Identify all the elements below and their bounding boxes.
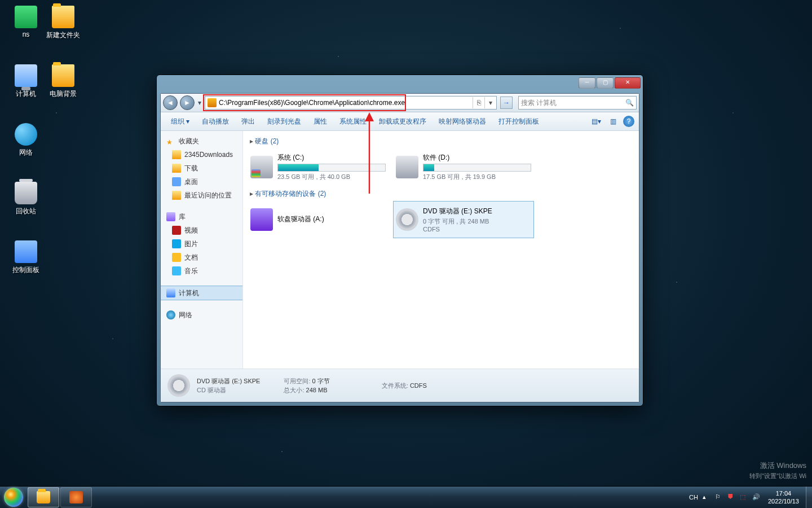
drive-e[interactable]: DVD 驱动器 (E:) SKPE 0 字节 可用 , 共 248 MB CDF… — [393, 201, 534, 238]
window-titlebar[interactable]: ─ ▢ ✕ — [157, 75, 643, 93]
sidebar-item-videos[interactable]: 视频 — [161, 224, 242, 237]
sidebar-item-pictures[interactable]: 图片 — [161, 237, 242, 251]
tray-chevron-icon[interactable]: ▴ — [703, 493, 710, 501]
control-panel-icon — [15, 240, 37, 263]
capacity-bar — [423, 164, 531, 172]
windows-orb-icon — [4, 488, 23, 507]
drive-c[interactable]: 系统 (C:) 23.5 GB 可用 , 共 40.0 GB — [248, 148, 389, 186]
language-indicator[interactable]: CH — [689, 494, 698, 501]
recent-dropdown-icon[interactable]: ▾ — [198, 99, 201, 107]
content-area: 硬盘 (2) 系统 (C:) 23.5 GB 可用 , 共 40.0 GB — [243, 131, 639, 369]
toolbar-eject[interactable]: 弹出 — [236, 115, 261, 129]
start-button[interactable] — [0, 487, 27, 508]
drive-icon — [396, 156, 418, 178]
music-icon — [172, 266, 181, 275]
dvd-icon — [396, 208, 418, 231]
toolbar-open-cp[interactable]: 打开控制面板 — [493, 115, 545, 129]
address-dropdown-icon[interactable]: ▾ — [484, 97, 496, 108]
search-placeholder: 搜索 计算机 — [521, 98, 557, 108]
sidebar-item-recent[interactable]: 最近访问的位置 — [161, 189, 242, 202]
explorer-icon — [37, 491, 50, 503]
folder-icon — [172, 150, 181, 159]
toolbar-autoplay[interactable]: 自动播放 — [196, 115, 235, 129]
activation-watermark: 激活 Windows 转到"设置"以激活 Wi — [749, 461, 806, 481]
address-bar[interactable]: ⎘ ▾ — [205, 96, 497, 110]
copy-path-icon[interactable]: ⎘ — [473, 97, 484, 108]
volume-icon[interactable]: 🔊 — [752, 493, 760, 501]
media-player-icon — [69, 491, 83, 503]
search-box[interactable]: 搜索 计算机 🔍 — [518, 96, 637, 110]
address-input[interactable] — [219, 99, 473, 107]
sidebar-item-download[interactable]: 下载 — [161, 161, 242, 175]
taskbar-media-player[interactable] — [60, 487, 92, 507]
minimize-button[interactable]: ─ — [579, 77, 595, 89]
desktop-icon — [172, 177, 181, 186]
go-button[interactable]: → — [500, 97, 513, 109]
capacity-bar — [277, 164, 386, 172]
desktop-icon-recycle-bin[interactable]: 回收站 — [7, 182, 45, 216]
sidebar-favorites[interactable]: ★收藏夹 — [161, 134, 242, 148]
sidebar-item-desktop[interactable]: 桌面 — [161, 175, 242, 189]
preview-pane-icon[interactable]: ▥ — [606, 115, 620, 128]
status-bar: DVD 驱动器 (E:) SKPE CD 驱动器 可用空间: 0 字节 总大小:… — [161, 369, 639, 402]
forward-button[interactable]: ► — [180, 95, 195, 110]
clock[interactable]: 17:04 2022/10/13 — [765, 489, 802, 505]
drive-d[interactable]: 软件 (D:) 17.5 GB 可用 , 共 19.9 GB — [393, 148, 534, 186]
explorer-window: ─ ▢ ✕ ◄ ► ▾ ⎘ ▾ → 搜索 计算机 🔍 — [156, 75, 643, 406]
drive-a[interactable]: 软盘驱动器 (A:) — [248, 201, 389, 238]
folder-icon — [52, 6, 74, 28]
search-icon: 🔍 — [625, 99, 634, 107]
sidebar-item-documents[interactable]: 文档 — [161, 251, 242, 264]
taskbar: CH ▴ ⚐ ⛊ ⬚ 🔊 17:04 2022/10/13 — [0, 486, 812, 508]
dvd-icon — [167, 374, 190, 397]
globe-icon — [15, 123, 37, 146]
folder-icon — [52, 64, 74, 87]
sidebar-network[interactable]: 网络 — [161, 308, 242, 322]
picture-icon — [172, 239, 181, 248]
desktop-icon-bg-folder[interactable]: 电脑背景 — [44, 64, 82, 99]
taskbar-explorer[interactable] — [28, 487, 59, 507]
sidebar-item-downloads[interactable]: 2345Downloads — [161, 148, 242, 161]
status-type: CD 驱动器 — [197, 386, 260, 395]
show-desktop-button[interactable] — [806, 487, 812, 508]
network-icon — [166, 310, 175, 319]
sidebar-libraries[interactable]: 库 — [161, 210, 242, 224]
star-icon: ★ — [166, 137, 175, 146]
toolbar-system-properties[interactable]: 系统属性 — [334, 115, 372, 129]
sidebar-computer[interactable]: 计算机 — [161, 286, 242, 300]
nav-bar: ◄ ► ▾ ⎘ ▾ → 搜索 计算机 🔍 — [161, 94, 639, 112]
drive-icon — [250, 156, 273, 178]
toolbar-map-drive[interactable]: 映射网络驱动器 — [433, 115, 492, 129]
toolbar-properties[interactable]: 属性 — [308, 115, 333, 129]
back-button[interactable]: ◄ — [163, 95, 178, 110]
toolbar-uninstall[interactable]: 卸载或更改程序 — [373, 115, 432, 129]
network-tray-icon[interactable]: ⬚ — [740, 493, 748, 501]
desktop-icon-computer[interactable]: 计算机 — [7, 64, 45, 99]
desktop-icon-control-panel[interactable]: 控制面板 — [7, 240, 45, 275]
document-icon — [172, 253, 181, 262]
location-icon — [208, 98, 217, 107]
recent-icon — [172, 191, 181, 200]
sidebar: ★收藏夹 2345Downloads 下载 桌面 最近访问的位置 库 视频 图片… — [161, 131, 243, 369]
toolbar-burn[interactable]: 刻录到光盘 — [262, 115, 307, 129]
view-options-icon[interactable]: ▤▾ — [589, 115, 603, 128]
desktop-icon-ns[interactable]: ns — [7, 6, 45, 38]
computer-icon — [15, 64, 37, 87]
group-removable[interactable]: 有可移动存储的设备 (2) — [248, 186, 634, 201]
toolbar: 组织 ▾ 自动播放 弹出 刻录到光盘 属性 系统属性 卸载或更改程序 映射网络驱… — [161, 112, 639, 131]
status-title: DVD 驱动器 (E:) SKPE — [197, 376, 260, 386]
desktop-icon-network[interactable]: 网络 — [7, 123, 45, 157]
folder-icon — [172, 164, 181, 173]
maximize-button[interactable]: ▢ — [597, 77, 614, 89]
toolbar-organize[interactable]: 组织 ▾ — [165, 115, 195, 129]
group-hdd[interactable]: 硬盘 (2) — [248, 133, 634, 148]
help-icon[interactable]: ? — [623, 116, 634, 127]
close-button[interactable]: ✕ — [615, 77, 641, 89]
shield-icon[interactable]: ⛊ — [727, 493, 735, 501]
video-icon — [172, 226, 181, 235]
sidebar-item-music[interactable]: 音乐 — [161, 264, 242, 278]
computer-icon — [166, 288, 175, 297]
floppy-icon — [250, 208, 273, 231]
desktop-icon-new-folder[interactable]: 新建文件夹 — [44, 6, 82, 40]
action-center-icon[interactable]: ⚐ — [715, 493, 723, 501]
